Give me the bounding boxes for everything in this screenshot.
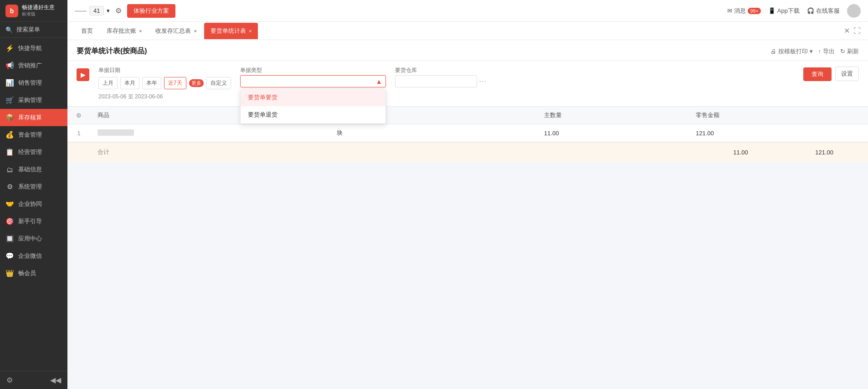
sidebar-item-quick-nav[interactable]: ⚡ 快捷导航 (0, 40, 67, 57)
app-logo: b 畅捷通好生意 标准版 (0, 0, 67, 22)
sidebar-item-label: 企业微信 (18, 252, 42, 260)
date-this-month-btn[interactable]: 本月 (120, 77, 139, 89)
store-dropdown-icon: ▾ (107, 7, 110, 14)
table-row: 1 块 11.00 121.00 (67, 124, 868, 142)
marketing-icon: 📢 (5, 61, 14, 70)
sidebar-item-label: 资金管理 (18, 131, 42, 139)
tab-home-label: 首页 (81, 23, 93, 39)
sidebar-item-label: 采购管理 (18, 96, 42, 104)
guide-icon: 🎯 (5, 217, 14, 225)
export-button[interactable]: ↑ 导出 (818, 47, 835, 56)
footer-amount: 121.00 (815, 149, 833, 156)
user-avatar[interactable] (847, 4, 861, 18)
refresh-label: 刷新 (847, 47, 859, 56)
settings-icon[interactable]: ⚙ (6, 376, 13, 384)
notification-item[interactable]: ✉ 消息 99+ (727, 7, 761, 15)
warehouse-filter-input[interactable] (395, 75, 477, 87)
sidebar-item-cooperation[interactable]: 🤝 企业协同 (0, 195, 67, 213)
filter-actions: 查询 设置 (803, 67, 859, 82)
trial-button[interactable]: 体验行业方案 (127, 4, 175, 18)
type-dropdown-arrow[interactable]: ▲ (376, 78, 382, 85)
sidebar-item-guide[interactable]: 🎯 新手引导 (0, 213, 67, 230)
sidebar-item-label: 快捷导航 (18, 44, 42, 52)
query-button[interactable]: 查询 (803, 67, 832, 81)
sidebar-item-inventory[interactable]: 📦 库存核算 (0, 109, 67, 126)
logo-icon: b (5, 5, 18, 17)
tab-close-all-button[interactable]: ✕ (844, 26, 850, 35)
table-wrap: ⚙ 商品 主计量单位 主数量 零售金额 1 块 (67, 107, 868, 142)
col-header-quantity: 主数量 (537, 107, 688, 124)
sidebar-item-label: 经营管理 (18, 148, 42, 156)
tab-collect-summary-close[interactable]: × (194, 23, 196, 39)
app-center-icon: 🔲 (5, 235, 14, 243)
date-this-year-btn[interactable]: 本年 (142, 77, 161, 89)
date-last-month-btn[interactable]: 上月 (98, 77, 118, 89)
sidebar-item-marketing[interactable]: 📢 营销推广 (0, 57, 67, 74)
main-area: —— 41 ▾ ⚙ 体验行业方案 ✉ 消息 99+ 📱 App下载 🎧 在线客服 (67, 0, 868, 389)
page-header: 要货单统计表(按商品) 🖨 按模板打印 ▾ ↑ 导出 ↻ 刷新 (67, 40, 868, 61)
sidebar-item-finance[interactable]: 💰 资金管理 (0, 126, 67, 143)
tab-expand-button[interactable]: ⛶ (853, 27, 861, 35)
more-badge[interactable]: 更多 (189, 79, 204, 87)
topbar-right: ✉ 消息 99+ 📱 App下载 🎧 在线客服 (727, 4, 861, 18)
tab-inventory-batch[interactable]: 库存批次账 × (100, 23, 148, 39)
print-label: 按模板打印 (778, 47, 808, 56)
sidebar-item-enterprise-wechat[interactable]: 💬 企业微信 (0, 247, 67, 265)
tab-inventory-batch-close[interactable]: × (139, 23, 142, 39)
type-filter-input[interactable] (240, 75, 386, 87)
date-filter-row: 上月 本月 本年 近7天 更多 自定义 (98, 77, 231, 89)
sidebar-item-vip[interactable]: 👑 畅会员 (0, 265, 67, 282)
table-settings-icon[interactable]: ⚙ (76, 112, 82, 119)
search-menu[interactable]: 🔍 搜索菜单 (0, 22, 67, 38)
filter-expand-button[interactable]: ▶ (77, 68, 89, 81)
refresh-button[interactable]: ↻ 刷新 (840, 47, 859, 56)
tab-home[interactable]: 首页 (75, 23, 99, 39)
sidebar-item-purchase[interactable]: 🛒 采购管理 (0, 92, 67, 109)
collapse-icon[interactable]: ◀◀ (50, 376, 61, 384)
sidebar-item-sales[interactable]: 📊 销售管理 (0, 74, 67, 92)
sidebar: b 畅捷通好生意 标准版 🔍 搜索菜单 ⚡ 快捷导航 📢 营销推广 📊 销售管理… (0, 0, 67, 389)
store-selector[interactable]: —— 41 ▾ (75, 6, 110, 15)
content-area: 要货单统计表(按商品) 🖨 按模板打印 ▾ ↑ 导出 ↻ 刷新 ▶ (67, 40, 868, 389)
date-range-display: 2023-05-06 至 2023-06-06 (98, 93, 231, 101)
tab-collect-summary[interactable]: 收发存汇总表 × (149, 23, 203, 39)
type-dropdown: 要货单要货 要货单退货 (240, 88, 386, 124)
app-version: 标准版 (22, 11, 55, 17)
sidebar-item-system[interactable]: ⚙ 系统管理 (0, 178, 67, 195)
app-name: 畅捷通好生意 (22, 4, 55, 11)
app-download-item[interactable]: 📱 App下载 (768, 7, 800, 15)
purchase-icon: 🛒 (5, 96, 14, 104)
sidebar-item-label: 系统管理 (18, 183, 42, 191)
online-service-icon: 🎧 (807, 7, 814, 14)
dropdown-item-order-goods[interactable]: 要货单要货 (241, 89, 385, 106)
date-filter-label: 单据日期 (98, 67, 231, 74)
sidebar-item-app-center[interactable]: 🔲 应用中心 (0, 230, 67, 247)
date-custom-btn[interactable]: 自定义 (206, 77, 231, 89)
search-menu-label: 搜索菜单 (16, 26, 40, 34)
data-table: ⚙ 商品 主计量单位 主数量 零售金额 1 块 (67, 107, 868, 142)
sidebar-item-label: 新手引导 (18, 217, 42, 225)
sidebar-item-basic-info[interactable]: 🗂 基础信息 (0, 161, 67, 178)
app-download-label: App下载 (777, 7, 800, 15)
filter-settings-button[interactable]: 设置 (835, 67, 859, 81)
tab-order-summary-close[interactable]: × (249, 23, 252, 39)
tab-order-summary[interactable]: 要货单统计表 × (204, 23, 258, 39)
cell-quantity: 11.00 (537, 124, 688, 142)
sidebar-item-operations[interactable]: 📋 经营管理 (0, 143, 67, 161)
tab-order-summary-label: 要货单统计表 (211, 23, 246, 39)
table-footer: 合计 11.00 121.00 (67, 142, 868, 162)
print-button[interactable]: 🖨 按模板打印 ▾ (770, 47, 813, 56)
topbar: —— 41 ▾ ⚙ 体验行业方案 ✉ 消息 99+ 📱 App下载 🎧 在线客服 (67, 0, 868, 22)
type-filter-group: 单据类型 ▲ 要货单要货 要货单退货 (240, 67, 386, 87)
cooperation-icon: 🤝 (5, 200, 14, 208)
warehouse-more-icon[interactable]: ⋯ (479, 77, 486, 86)
store-number: 41 (89, 6, 104, 15)
finance-icon: 💰 (5, 131, 14, 139)
page-title: 要货单统计表(按商品) (77, 46, 147, 56)
date-last-7days-btn[interactable]: 近7天 (164, 77, 186, 89)
topbar-settings-icon[interactable]: ⚙ (115, 6, 122, 15)
tabbar: 首页 库存批次账 × 收发存汇总表 × 要货单统计表 × ✕ ⛶ (67, 22, 868, 40)
online-service-item[interactable]: 🎧 在线客服 (807, 7, 840, 15)
dropdown-item-order-return[interactable]: 要货单退货 (241, 106, 385, 123)
notification-icon: ✉ (727, 7, 732, 14)
